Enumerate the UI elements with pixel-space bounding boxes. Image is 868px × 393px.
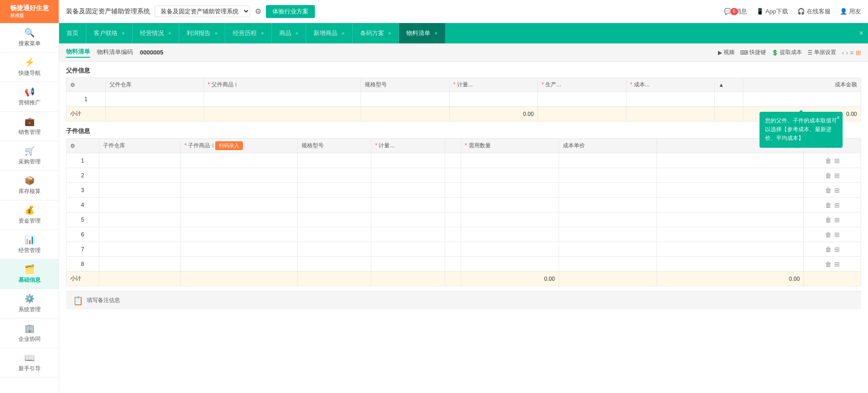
action-extract-cost[interactable]: 💲 提取成本	[772, 48, 802, 56]
child-row-4-warehouse[interactable]	[99, 198, 181, 212]
copy-icon-4[interactable]: ⊞	[834, 201, 840, 209]
parent-row-1-produce[interactable]	[538, 92, 626, 107]
child-row-7-cost-unit[interactable]	[559, 242, 657, 257]
sidebar-item-finance[interactable]: 💰 资金管理	[0, 200, 59, 230]
delete-icon-8[interactable]: 🗑	[825, 260, 832, 268]
copy-icon-3[interactable]: ⊞	[834, 187, 840, 194]
sidebar-item-sales[interactable]: 💼 销售管理	[0, 112, 59, 141]
child-row-4-unit[interactable]	[371, 198, 445, 212]
child-row-4-qty[interactable]	[461, 198, 559, 212]
sidebar-item-inventory[interactable]: 📦 库存核算	[0, 171, 59, 200]
child-row-2-warehouse[interactable]	[99, 168, 181, 183]
tab-bom[interactable]: 物料清单 ×	[399, 23, 445, 43]
sidebar-item-enterprise[interactable]: 🏢 企业协同	[0, 319, 59, 348]
scan-btn[interactable]: 扫码录入	[215, 141, 243, 150]
sub-tab-code[interactable]: 物料清单编码	[97, 48, 133, 57]
sidebar-item-marketing[interactable]: 📢 营销推广	[0, 82, 59, 112]
child-row-1-unit[interactable]	[371, 153, 445, 168]
sidebar-item-system[interactable]: ⚙️ 系统管理	[0, 289, 59, 319]
parent-col-settings[interactable]: ⚙	[66, 78, 106, 92]
system-selector[interactable]: 装备及固定资产辅助管理系统	[155, 6, 250, 17]
child-row-4-expand[interactable]	[445, 198, 461, 212]
child-row-6-product[interactable]	[181, 227, 298, 242]
child-row-5-cost-unit[interactable]	[559, 212, 657, 227]
child-row-6-spec[interactable]	[298, 227, 371, 242]
child-row-3-warehouse[interactable]	[99, 183, 181, 198]
tab-home[interactable]: 首页	[59, 23, 86, 43]
child-row-7-product[interactable]	[181, 242, 298, 257]
experience-btn[interactable]: 体验行业方案	[266, 5, 315, 18]
copy-icon-7[interactable]: ⊞	[834, 246, 840, 253]
child-row-1-qty[interactable]	[461, 153, 559, 168]
action-doc-settings[interactable]: ☰ 单据设置	[808, 48, 836, 56]
child-row-8-product[interactable]	[181, 257, 298, 272]
child-row-5-warehouse[interactable]	[99, 212, 181, 227]
child-row-6-unit[interactable]	[371, 227, 445, 242]
child-row-2-product[interactable]	[181, 168, 298, 183]
tab-goods[interactable]: 商品 ×	[272, 23, 306, 43]
tab-operation-close[interactable]: ×	[168, 30, 171, 36]
parent-row-1-cost[interactable]	[626, 92, 714, 107]
note-icon[interactable]: 📋	[73, 296, 83, 306]
child-row-8-cost-unit[interactable]	[559, 257, 657, 272]
child-row-2-qty[interactable]	[461, 168, 559, 183]
sidebar-item-purchase[interactable]: 🛒 采购管理	[0, 141, 59, 171]
child-row-5-product[interactable]	[181, 212, 298, 227]
settings-icon[interactable]: ⚙	[255, 7, 261, 16]
child-row-7-qty[interactable]	[461, 242, 559, 257]
child-row-2-unit[interactable]	[371, 168, 445, 183]
child-row-2-cost-unit[interactable]	[559, 168, 657, 183]
tab-barcode[interactable]: 条码方案 ×	[353, 23, 399, 43]
sidebar-item-quicknav[interactable]: ⚡ 快捷导航	[0, 53, 59, 82]
user-item[interactable]: 👤 用友	[840, 7, 861, 16]
child-row-6-expand[interactable]	[445, 227, 461, 242]
child-row-4-cost-unit[interactable]	[559, 198, 657, 212]
layout-grid[interactable]: ⊞	[856, 49, 861, 56]
child-row-6-warehouse[interactable]	[99, 227, 181, 242]
delete-icon-6[interactable]: 🗑	[825, 231, 832, 238]
action-video[interactable]: ▶ 视频	[718, 48, 735, 56]
sidebar-item-search[interactable]: 🔍 搜索菜单	[0, 23, 59, 53]
sidebar-item-guide[interactable]: 📖 新手引导	[0, 348, 59, 378]
child-row-6-cost-unit[interactable]	[559, 227, 657, 242]
parent-row-1-unit[interactable]	[449, 92, 537, 107]
child-row-3-spec[interactable]	[298, 183, 371, 198]
child-row-2-expand[interactable]	[445, 168, 461, 183]
tab-bom-close[interactable]: ×	[434, 30, 437, 36]
tab-history[interactable]: 经营历程 ×	[225, 23, 271, 43]
tab-history-close[interactable]: ×	[261, 30, 264, 36]
nav-prev[interactable]: ‹	[842, 49, 844, 56]
message-item[interactable]: 💬 6 消息	[724, 7, 747, 16]
tab-customer[interactable]: 客户联络 ×	[86, 23, 133, 43]
tab-new-goods-close[interactable]: ×	[342, 30, 344, 36]
tab-barcode-close[interactable]: ×	[388, 30, 391, 36]
child-row-8-expand[interactable]	[445, 257, 461, 272]
child-row-8-warehouse[interactable]	[99, 257, 181, 272]
parent-col-expand[interactable]: ▲	[715, 78, 743, 92]
child-row-7-spec[interactable]	[298, 242, 371, 257]
tab-goods-close[interactable]: ×	[295, 30, 298, 36]
child-row-1-cost-unit[interactable]	[559, 153, 657, 168]
child-row-3-expand[interactable]	[445, 183, 461, 198]
parent-row-1-product[interactable]	[204, 92, 361, 107]
nav-next[interactable]: ›	[846, 49, 848, 56]
sidebar-item-operation[interactable]: 📊 经营管理	[0, 230, 59, 260]
copy-icon-5[interactable]: ⊞	[834, 216, 840, 224]
parent-row-1-warehouse[interactable]	[106, 92, 204, 107]
copy-icon-1[interactable]: ⊞	[834, 157, 840, 164]
child-row-5-qty[interactable]	[461, 212, 559, 227]
child-row-5-expand[interactable]	[445, 212, 461, 227]
copy-icon-8[interactable]: ⊞	[834, 260, 840, 268]
delete-icon-5[interactable]: 🗑	[825, 216, 832, 224]
online-service-item[interactable]: 🎧 在线客服	[797, 7, 831, 16]
close-all-tabs[interactable]: ×	[859, 29, 863, 37]
parent-row-1-spec[interactable]	[361, 92, 449, 107]
layout-list[interactable]: ≡	[850, 49, 854, 56]
child-row-7-unit[interactable]	[371, 242, 445, 257]
tab-customer-close[interactable]: ×	[122, 30, 125, 36]
child-row-7-warehouse[interactable]	[99, 242, 181, 257]
child-row-3-product[interactable]	[181, 183, 298, 198]
action-shortcut[interactable]: ⌨ 快捷键	[740, 48, 766, 56]
delete-icon-4[interactable]: 🗑	[825, 201, 832, 209]
delete-icon-7[interactable]: 🗑	[825, 246, 832, 253]
